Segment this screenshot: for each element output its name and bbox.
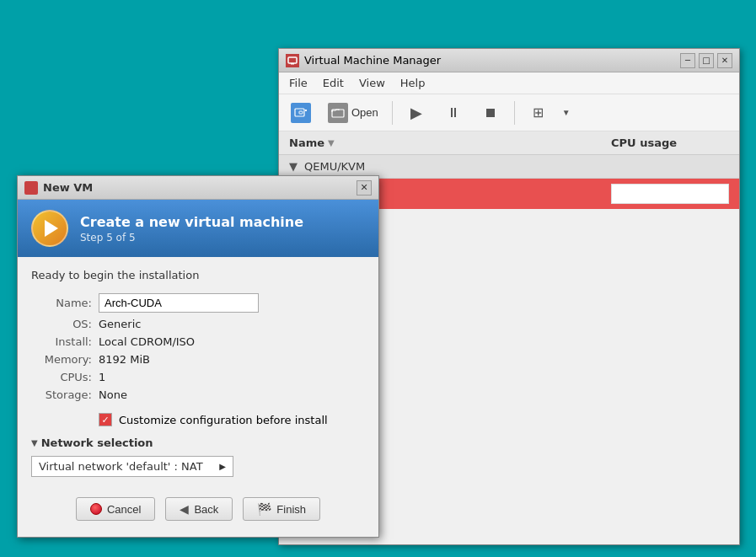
cpus-value: 1	[99, 371, 105, 383]
header-text: Create a new virtual machine Step 5 of 5	[80, 214, 303, 244]
cpus-label: CPUs:	[31, 371, 99, 383]
install-row: Install: Local CDROM/ISO	[31, 335, 365, 348]
pause-icon: ⏸	[443, 103, 464, 123]
col-name-header: Name ▼	[289, 137, 611, 149]
dialog-title-left: New VM	[24, 181, 93, 195]
vmm-close-btn[interactable]: ✕	[717, 53, 732, 68]
back-button[interactable]: ◀ Back	[165, 497, 233, 521]
name-label: Name:	[31, 297, 99, 309]
menu-file[interactable]: File	[282, 75, 314, 91]
memory-row: Memory: 8192 MiB	[31, 353, 365, 366]
play-icon: ▶	[406, 103, 426, 123]
qemu-kvm-group-name: ▼ QEMU/KVM	[289, 160, 611, 173]
os-row: OS: Generic	[31, 318, 365, 330]
name-input[interactable]	[99, 293, 259, 313]
network-dropdown[interactable]: Virtual network 'default' : NAT ▶	[31, 456, 233, 477]
vmm-menubar: File Edit View Help	[279, 72, 739, 94]
toolbar-sep-1	[392, 101, 393, 125]
memory-value: 8192 MiB	[99, 353, 150, 366]
finish-button[interactable]: 🏁 Finish	[243, 497, 320, 521]
toolbar-settings-btn[interactable]: ⊞	[522, 99, 555, 126]
back-icon: ◀	[180, 502, 189, 516]
vmm-controls: ─ □ ✕	[680, 53, 732, 68]
customize-checkbox[interactable]: ✓	[99, 413, 112, 426]
dialog-titlebar: New VM ✕	[18, 176, 378, 200]
menu-edit[interactable]: Edit	[316, 75, 351, 91]
menu-view[interactable]: View	[352, 75, 392, 91]
dialog-title-text: New VM	[43, 181, 93, 194]
name-row: Name:	[31, 293, 365, 313]
toolbar-dropdown-btn[interactable]: ▼	[559, 108, 574, 117]
back-label: Back	[194, 503, 218, 516]
network-header[interactable]: ▼ Network selection	[31, 436, 365, 449]
new-vm-icon	[291, 103, 311, 123]
ready-text: Ready to begin the installation	[31, 269, 365, 281]
network-dropdown-value: Virtual network 'default' : NAT	[39, 460, 203, 473]
toolbar-pause-btn[interactable]: ⏸	[437, 99, 470, 126]
vmm-table-header: Name ▼ CPU usage	[279, 131, 739, 155]
chevron-down-icon: ▼	[562, 108, 571, 117]
vmm-toolbar: Open ▶ ⏸ ⏹ ⊞ ▼	[279, 94, 739, 131]
storage-row: Storage: None	[31, 388, 365, 401]
dialog-content: Ready to begin the installation Name: OS…	[18, 257, 378, 489]
finish-icon: 🏁	[257, 502, 271, 516]
cancel-icon	[90, 503, 102, 515]
dialog-footer: Cancel ◀ Back 🏁 Finish	[18, 489, 378, 533]
vmm-title: Virtual Machine Manager	[304, 54, 441, 67]
vmm-title-left: Virtual Machine Manager	[286, 54, 441, 67]
toolbar-open-btn[interactable]: Open	[321, 99, 385, 126]
customize-label: Customize configuration before install	[119, 414, 328, 426]
install-value: Local CDROM/ISO	[99, 335, 195, 348]
vmm-titlebar: Virtual Machine Manager ─ □ ✕	[279, 49, 739, 72]
install-label: Install:	[31, 335, 99, 348]
svg-rect-0	[288, 57, 297, 63]
play-icon	[45, 220, 58, 237]
open-label: Open	[351, 106, 378, 119]
network-dropdown-arrow-icon: ▶	[219, 462, 226, 471]
os-value: Generic	[99, 318, 141, 330]
vmm-maximize-btn[interactable]: □	[699, 53, 714, 68]
dialog-close-btn[interactable]: ✕	[357, 180, 372, 195]
toolbar-stop-btn[interactable]: ⏹	[474, 99, 507, 126]
storage-label: Storage:	[31, 388, 99, 401]
col-cpu-header: CPU usage	[611, 137, 729, 149]
memory-label: Memory:	[31, 353, 99, 366]
header-step: Step 5 of 5	[80, 232, 303, 244]
dialog-header: Create a new virtual machine Step 5 of 5	[18, 200, 378, 257]
col-name-sort-icon: ▼	[328, 138, 335, 147]
expand-arrow-icon: ▼	[289, 160, 298, 173]
cancel-label: Cancel	[107, 503, 141, 516]
svg-rect-3	[299, 111, 303, 114]
network-section: ▼ Network selection Virtual network 'def…	[31, 436, 365, 477]
header-title: Create a new virtual machine	[80, 214, 303, 230]
finish-label: Finish	[276, 503, 306, 516]
vmm-app-icon	[286, 54, 299, 67]
stop-icon: ⏹	[480, 103, 501, 123]
cancel-button[interactable]: Cancel	[76, 497, 155, 521]
cpu-bar-area	[611, 184, 729, 204]
settings-icon: ⊞	[528, 103, 549, 123]
network-section-label: Network selection	[41, 436, 153, 449]
customize-row: ✓ Customize configuration before install	[99, 413, 365, 426]
toolbar-sep-2	[514, 101, 515, 125]
svg-rect-1	[291, 63, 294, 65]
header-vm-icon	[31, 210, 68, 247]
vmm-minimize-btn[interactable]: ─	[680, 53, 695, 68]
new-vm-dialog: New VM ✕ Create a new virtual machine St…	[17, 175, 379, 538]
toolbar-new-vm-btn[interactable]	[284, 99, 318, 126]
os-label: OS:	[31, 318, 99, 330]
open-icon	[328, 103, 348, 123]
toolbar-play-btn[interactable]: ▶	[399, 99, 433, 126]
info-table: Name: OS: Generic Install: Local CDROM/I…	[31, 293, 365, 401]
storage-value: None	[99, 388, 127, 401]
menu-help[interactable]: Help	[394, 75, 432, 91]
network-expand-icon: ▼	[31, 438, 38, 447]
dialog-app-icon	[24, 181, 38, 195]
cpus-row: CPUs: 1	[31, 371, 365, 383]
